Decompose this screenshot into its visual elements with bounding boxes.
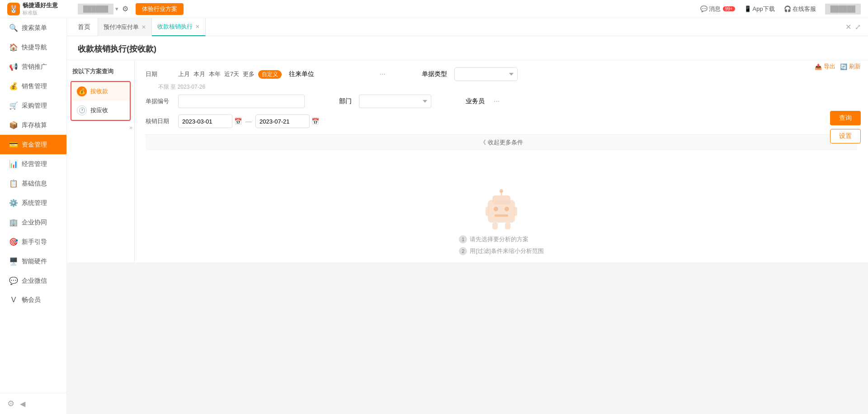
- filter-panel-title: 按以下方案查询: [67, 66, 134, 81]
- sidebar-item-purchase[interactable]: 🛒 采购管理: [0, 96, 66, 115]
- query-row-3: 核销日期 📅 — 📅: [146, 114, 857, 128]
- tab-prepay[interactable]: 预付冲应付单 ✕: [98, 18, 152, 36]
- salesperson-label: 业务员: [466, 97, 485, 105]
- sidebar-item-inventory[interactable]: 📦 库存核算: [0, 115, 66, 135]
- home-icon: 🏠: [9, 43, 18, 52]
- sidebar-item-system[interactable]: ⚙️ 系统管理: [0, 193, 66, 213]
- enterprise-icon: 🏢: [9, 218, 18, 227]
- company-placeholder: ██████: [78, 4, 113, 14]
- verify-date-end-input: 📅: [255, 114, 319, 128]
- settings-button[interactable]: 设置: [830, 129, 861, 143]
- export-button[interactable]: 📤 导出: [815, 62, 835, 71]
- messages-btn[interactable]: 💬 消息 99+: [700, 5, 735, 13]
- gear-icon[interactable]: ⚙: [122, 5, 128, 13]
- logo-area: 🐰 畅捷通好生意 标准版: [7, 1, 74, 16]
- svg-rect-6: [514, 207, 517, 216]
- counterparty-dots-btn[interactable]: ···: [377, 70, 387, 78]
- sidebar-settings-icon[interactable]: ⚙: [7, 399, 14, 409]
- tab-close-icon[interactable]: ✕: [845, 23, 851, 31]
- date-unlimited: 不限 至 2023-07-26: [158, 83, 857, 91]
- calendar-end-icon[interactable]: 📅: [311, 118, 319, 125]
- sidebar-item-enterprise[interactable]: 🏢 企业协同: [0, 213, 66, 232]
- empty-hint-1: 1 请先选择要分析的方案: [459, 235, 543, 243]
- user-name[interactable]: ██████: [825, 4, 861, 14]
- filter-by-receipt[interactable]: 💰 按收款: [71, 82, 130, 101]
- filter-options-border: 💰 按收款 🕐 按应收: [71, 81, 131, 121]
- chevron-down-icon: ▾: [115, 5, 118, 12]
- content-area: 按以下方案查询 💰 按收款 🕐 按应收 »: [67, 60, 868, 262]
- sidebar-item-basic-info[interactable]: 📋 基础信息: [0, 174, 66, 193]
- sidebar-item-finance[interactable]: 💳 资金管理: [0, 135, 66, 154]
- app-download-btn[interactable]: 📱 App下载: [744, 5, 775, 13]
- svg-point-10: [500, 189, 503, 193]
- sidebar-item-hardware[interactable]: 🖥️ 智能硬件: [0, 252, 66, 271]
- sidebar-collapse-icon[interactable]: ◀: [20, 400, 25, 408]
- sidebar-item-member[interactable]: V 畅会员: [0, 290, 66, 309]
- filter-by-receivable[interactable]: 🕐 按应收: [71, 101, 130, 120]
- filter-panel-collapse[interactable]: »: [67, 121, 134, 134]
- sidebar-item-wechat[interactable]: 💬 企业微信: [0, 271, 66, 290]
- sidebar-item-operations[interactable]: 📊 经营管理: [0, 154, 66, 174]
- tab-expand-icon[interactable]: ⤢: [855, 23, 861, 31]
- page-title: 收款核销执行(按收款): [78, 43, 857, 54]
- export-icon: 📤: [815, 63, 822, 70]
- query-button[interactable]: 查询: [830, 111, 861, 125]
- chevron-up-icon: 《: [480, 138, 486, 147]
- query-buttons: 查询 设置: [830, 111, 861, 143]
- svg-rect-5: [486, 207, 489, 216]
- sidebar-item-quick-nav[interactable]: 🏠 快捷导航: [0, 38, 66, 57]
- main-content: 首页 预付冲应付单 ✕ 收款核销执行 ✕ ✕ ⤢ 收款核销执行(按收款): [67, 18, 868, 414]
- sidebar-item-marketing[interactable]: 📢 营销推广: [0, 57, 66, 76]
- doc-type-label: 单据类型: [422, 70, 447, 78]
- online-service-btn[interactable]: 🎧 在线客服: [784, 5, 816, 13]
- filter-panel: 按以下方案查询 💰 按收款 🕐 按应收 »: [67, 60, 135, 262]
- logo-icon: 🐰: [7, 3, 20, 15]
- solution-button[interactable]: 体验行业方案: [136, 3, 184, 15]
- ops-icon: 📊: [9, 160, 18, 168]
- top-bar-right: 💬 消息 99+ 📱 App下载 🎧 在线客服 ██████: [700, 4, 861, 14]
- date-custom[interactable]: 自定义: [258, 70, 282, 79]
- counterparty-label: 往来单位: [289, 70, 370, 78]
- svg-point-3: [505, 207, 509, 211]
- tab-prepay-close[interactable]: ✕: [142, 24, 146, 30]
- svg-rect-8: [505, 223, 510, 229]
- inventory-icon: 📦: [9, 121, 18, 129]
- tab-collect-close[interactable]: ✕: [195, 24, 200, 30]
- verify-date-label: 核销日期: [146, 117, 171, 125]
- query-row-2: 单据编号 部门 业务员 ···: [146, 95, 857, 108]
- messages-badge: 99+: [723, 6, 735, 11]
- date-this-month[interactable]: 本月: [193, 70, 205, 78]
- doc-no-input[interactable]: [178, 95, 305, 108]
- sidebar-item-guide[interactable]: 🎯 新手引导: [0, 232, 66, 252]
- version-label: 标准版: [23, 10, 58, 16]
- collapse-more-conditions[interactable]: 《 收起更多条件: [146, 134, 857, 150]
- company-selector[interactable]: ██████ ▾: [78, 4, 118, 14]
- verify-date-end-field[interactable]: [255, 114, 310, 128]
- verify-date-start-field[interactable]: [178, 114, 232, 128]
- sidebar: 🔍 搜索菜单 🏠 快捷导航 📢 营销推广 💰 销售管理 🛒 采购管理 📦 库存核…: [0, 18, 67, 414]
- date-this-year[interactable]: 本年: [209, 70, 221, 78]
- empty-state: 1 请先选择要分析的方案 2 用[过滤]条件来缩小分析范围: [146, 186, 857, 255]
- dept-label: 部门: [339, 97, 352, 105]
- sidebar-item-sales[interactable]: 💰 销售管理: [0, 76, 66, 96]
- date-range-separator: —: [245, 118, 252, 125]
- receivable-option-icon: 🕐: [77, 105, 87, 115]
- date-more[interactable]: 更多: [243, 70, 255, 78]
- tab-home[interactable]: 首页: [71, 18, 98, 36]
- date-last-7days[interactable]: 近7天: [224, 70, 239, 78]
- date-last-month[interactable]: 上月: [178, 70, 190, 78]
- basic-info-icon: 📋: [9, 179, 18, 188]
- search-icon: 🔍: [9, 24, 18, 32]
- sidebar-item-search[interactable]: 🔍 搜索菜单: [0, 18, 66, 38]
- salesperson-dots-btn[interactable]: ···: [492, 97, 501, 105]
- finance-icon: 💳: [9, 140, 18, 149]
- dept-select[interactable]: [359, 95, 431, 108]
- refresh-icon: 🔄: [840, 63, 847, 70]
- tab-collect[interactable]: 收款核销执行 ✕: [152, 18, 206, 36]
- date-shortcuts: 上月 本月 本年 近7天 更多 自定义: [178, 70, 282, 79]
- refresh-button[interactable]: 🔄 刷新: [840, 62, 861, 71]
- calendar-start-icon[interactable]: 📅: [234, 118, 242, 125]
- system-icon: ⚙️: [9, 199, 18, 207]
- receipt-option-icon: 💰: [77, 86, 87, 96]
- doc-type-select[interactable]: [454, 67, 518, 81]
